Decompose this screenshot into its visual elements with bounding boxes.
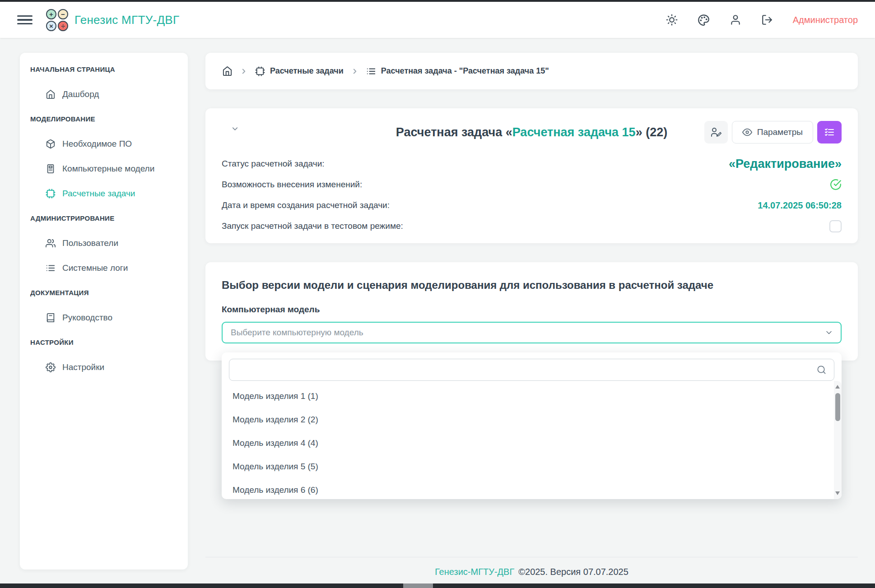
sidebar-item-users[interactable]: Пользователи xyxy=(20,231,188,255)
status-value: «Редактирование» xyxy=(729,157,842,171)
computer-model-select[interactable]: Выберите компьютерную модель xyxy=(222,322,842,343)
breadcrumb-calc-tasks[interactable]: Расчетные задачи xyxy=(255,66,344,76)
model-option[interactable]: Модель изделия 1 (1) xyxy=(229,384,834,408)
sidebar-item-label: Настройки xyxy=(62,362,104,372)
test-mode-checkbox[interactable] xyxy=(829,220,842,232)
list-icon xyxy=(46,263,56,273)
header-actions: Администратор xyxy=(666,14,858,26)
footer-copyright: ©2025. Версия 07.07.2025 xyxy=(518,567,628,577)
breadcrumb-label: Расчетные задачи xyxy=(270,66,344,76)
calculator-icon xyxy=(46,164,56,174)
test-mode-row: Запуск расчетной задачи в тестовом режим… xyxy=(222,216,842,236)
logo-plus-icon: + xyxy=(46,9,56,19)
sidebar-item-label: Компьютерные модели xyxy=(62,164,154,174)
logout-icon[interactable] xyxy=(761,14,773,26)
parameters-button-label: Параметры xyxy=(757,127,803,137)
home-icon xyxy=(46,89,56,99)
model-option[interactable]: Модель изделия 2 (2) xyxy=(229,408,834,431)
footer-brand-link[interactable]: Генезис-МГТУ-ДВГ xyxy=(435,567,514,577)
checklist-button[interactable] xyxy=(817,121,842,144)
app-header: + − × ÷ Генезис МГТУ-ДВГ Администратор xyxy=(0,2,875,38)
breadcrumb: Расчетные задачи Расчетная задача - "Рас… xyxy=(205,53,858,89)
user-icon[interactable] xyxy=(730,14,741,26)
computer-model-label: Компьютерная модель xyxy=(222,305,842,315)
scroll-up-arrow[interactable] xyxy=(835,385,840,389)
check-circle-icon xyxy=(830,179,842,190)
sidebar-item-calc-tasks[interactable]: Расчетные задачи xyxy=(20,181,188,206)
created-row: Дата и время создания расчетной задачи: … xyxy=(222,195,842,216)
book-icon xyxy=(46,313,56,323)
task-card-header: Расчетная задача «Расчетная задача 15» (… xyxy=(222,120,842,144)
model-option[interactable]: Модель изделия 4 (4) xyxy=(229,431,834,455)
package-icon xyxy=(46,139,56,149)
editable-label: Возможность внесения изменений: xyxy=(222,180,362,190)
parameters-button[interactable]: Параметры xyxy=(732,121,813,144)
user-edit-icon xyxy=(711,127,721,138)
model-search-box xyxy=(229,359,834,381)
sidebar-item-label: Дашборд xyxy=(62,89,99,99)
task-card: Расчетная задача «Расчетная задача 15» (… xyxy=(205,108,858,243)
dropdown-scrollbar[interactable] xyxy=(834,381,842,499)
user-role-label[interactable]: Администратор xyxy=(793,15,858,25)
scrollbar-thumb[interactable] xyxy=(835,393,840,421)
sidebar-item-system-logs[interactable]: Системные логи xyxy=(20,255,188,280)
chevron-right-icon xyxy=(240,67,248,75)
model-selection-card: Выбор версии модели и сценария моделиров… xyxy=(205,262,858,361)
breadcrumb-current-task: Расчетная задача - "Расчетная задача 15" xyxy=(366,66,549,76)
model-dropdown-panel: Модель изделия 1 (1) Модель изделия 2 (2… xyxy=(222,352,842,499)
created-value: 14.07.2025 06:50:28 xyxy=(758,200,842,211)
sidebar-item-computer-models[interactable]: Компьютерные модели xyxy=(20,156,188,181)
sidebar-item-label: Расчетные задачи xyxy=(62,189,135,199)
test-mode-label: Запуск расчетной задачи в тестовом режим… xyxy=(222,221,403,231)
app-logo: + − × ÷ xyxy=(46,9,68,31)
model-option[interactable]: Модель изделия 6 (6) xyxy=(229,478,834,502)
chevron-right-icon xyxy=(351,67,359,75)
select-placeholder: Выберите компьютерную модель xyxy=(231,328,363,338)
model-option[interactable]: Модель изделия 5 (5) xyxy=(229,455,834,478)
logo-divide-icon: ÷ xyxy=(58,21,68,31)
logo-multiply-icon: × xyxy=(46,21,56,31)
created-label: Дата и время создания расчетной задачи: xyxy=(222,200,390,210)
horizontal-scrollbar-thumb[interactable] xyxy=(403,583,433,588)
sidebar-item-settings[interactable]: Настройки xyxy=(20,355,188,380)
list-icon xyxy=(366,66,376,76)
gear-icon xyxy=(46,362,56,372)
sidebar-item-label: Руководство xyxy=(62,313,112,323)
horizontal-scrollbar[interactable] xyxy=(0,583,875,588)
palette-icon[interactable] xyxy=(698,14,710,26)
sidebar: НАЧАЛЬНАЯ СТРАНИЦА Дашборд МОДЕЛИРОВАНИЕ… xyxy=(20,53,188,569)
status-row: Статус расчетной задачи: «Редактирование… xyxy=(222,153,842,174)
eye-icon xyxy=(742,127,752,137)
sidebar-item-software[interactable]: Необходимое ПО xyxy=(20,131,188,156)
users-icon xyxy=(46,238,56,248)
cpu-icon xyxy=(255,66,265,76)
home-icon xyxy=(222,66,233,76)
breadcrumb-label: Расчетная задача - "Расчетная задача 15" xyxy=(381,66,549,76)
main-content: Расчетные задачи Расчетная задача - "Рас… xyxy=(205,53,858,587)
cpu-icon xyxy=(46,189,56,199)
chevron-down-icon xyxy=(824,328,833,337)
sidebar-section-settings: НАСТРОЙКИ xyxy=(20,330,188,355)
model-search-input[interactable] xyxy=(237,365,810,375)
sidebar-section-modeling: МОДЕЛИРОВАНИЕ xyxy=(20,106,188,131)
brightness-icon[interactable] xyxy=(666,14,678,26)
edit-user-button[interactable] xyxy=(704,121,728,144)
task-title-name: Расчетная задача 15 xyxy=(512,125,636,139)
sidebar-item-manual[interactable]: Руководство xyxy=(20,305,188,330)
menu-icon[interactable] xyxy=(17,15,33,25)
sidebar-item-label: Необходимое ПО xyxy=(62,139,132,149)
model-options-list: Модель изделия 1 (1) Модель изделия 2 (2… xyxy=(229,384,834,502)
task-info-rows: Статус расчетной задачи: «Редактирование… xyxy=(222,153,842,236)
status-label: Статус расчетной задачи: xyxy=(222,159,325,169)
collapse-chevron-icon[interactable] xyxy=(231,125,239,133)
app-title: Генезис МГТУ-ДВГ xyxy=(74,13,179,27)
sidebar-item-dashboard[interactable]: Дашборд xyxy=(20,82,188,106)
sidebar-section-documentation: ДОКУМЕНТАЦИЯ xyxy=(20,280,188,305)
page-footer: Генезис-МГТУ-ДВГ ©2025. Версия 07.07.202… xyxy=(205,557,858,587)
task-card-actions: Параметры xyxy=(704,121,842,144)
sidebar-section-home: НАЧАЛЬНАЯ СТРАНИЦА xyxy=(20,57,188,82)
breadcrumb-home[interactable] xyxy=(222,66,233,76)
scroll-down-arrow[interactable] xyxy=(835,491,840,495)
sidebar-item-label: Системные логи xyxy=(62,263,128,273)
search-icon xyxy=(816,365,827,375)
